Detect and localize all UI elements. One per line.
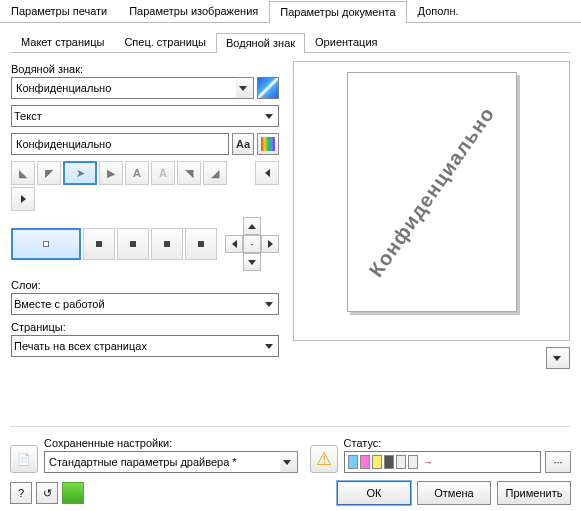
pos-2[interactable] (83, 228, 115, 260)
ink-yellow-icon (372, 455, 382, 469)
watermark-text-input[interactable] (11, 133, 229, 155)
tab-doc-params[interactable]: Параметры документа (269, 1, 406, 23)
nudge-left[interactable] (225, 235, 243, 253)
eco-button[interactable] (62, 482, 84, 504)
layers-label: Слои: (11, 279, 279, 291)
layers-select[interactable]: Вместе с работой (11, 293, 279, 315)
chevron-down-icon (553, 356, 561, 361)
angle-4[interactable]: ▶ (99, 161, 123, 185)
help-button[interactable]: ? (10, 482, 32, 504)
angle-1[interactable]: ◣ (11, 161, 35, 185)
angle-spacer (229, 161, 253, 185)
pos-4[interactable] (151, 228, 183, 260)
subtab-watermark[interactable]: Водяной знак (216, 33, 305, 53)
main-panel: Макет страницы Спец. страницы Водяной зн… (0, 23, 581, 378)
apply-button[interactable]: Применить (497, 481, 571, 505)
tab-print-params[interactable]: Параметры печати (0, 0, 118, 22)
rainbow-icon (261, 137, 275, 151)
ink-magenta-icon (360, 455, 370, 469)
tab-image-params[interactable]: Параметры изображения (118, 0, 269, 22)
output-arrow-icon: → (423, 456, 434, 468)
ink-cyan-icon (348, 455, 358, 469)
reset-button[interactable]: ↺ (36, 482, 58, 504)
nudge-down[interactable] (243, 253, 261, 271)
position-row: · (11, 217, 279, 271)
font-button[interactable]: Aa (232, 133, 254, 155)
angle-right[interactable] (11, 187, 35, 211)
right-column: Конфиденциально (293, 61, 570, 369)
watermark-preset-dropdown[interactable] (236, 77, 254, 99)
left-column: Водяной знак: Текст Aa ◣ ◤ (11, 61, 279, 369)
status-display: → (344, 451, 541, 473)
angle-7[interactable]: ◥ (177, 161, 201, 185)
pos-1[interactable] (11, 228, 81, 260)
angle-6[interactable]: A (151, 161, 175, 185)
nudge-center[interactable]: · (243, 235, 261, 253)
status-more-button[interactable]: ··· (545, 451, 571, 473)
top-tabstrip: Параметры печати Параметры изображения П… (0, 0, 581, 23)
divider (10, 426, 571, 427)
tray2-icon (408, 455, 418, 469)
angle-2[interactable]: ◤ (37, 161, 61, 185)
tray1-icon (396, 455, 406, 469)
angle-presets: ◣ ◤ ➤ ▶ A A ◥ ◢ (11, 161, 279, 211)
saved-settings-dropdown[interactable] (280, 451, 298, 473)
bottom-bar: 📄 Сохраненные настройки: ⚠ Статус: (10, 420, 571, 505)
pages-select[interactable]: Печать на всех страницах (11, 335, 279, 357)
subtab-layout[interactable]: Макет страницы (11, 32, 114, 52)
saved-settings-input[interactable] (44, 451, 280, 473)
angle-5[interactable]: A (125, 161, 149, 185)
status-warning-icon: ⚠ (310, 445, 338, 473)
pos-5[interactable] (185, 228, 217, 260)
watermark-picker-icon[interactable] (257, 77, 279, 99)
color-button[interactable] (257, 133, 279, 155)
nudge-up[interactable] (243, 217, 261, 235)
sub-tabstrip: Макет страницы Спец. страницы Водяной зн… (11, 32, 570, 53)
angle-3[interactable]: ➤ (63, 161, 97, 185)
angle-left[interactable] (255, 161, 279, 185)
saved-label: Сохраненные настройки: (44, 437, 298, 449)
tab-additional[interactable]: Дополн. (407, 0, 470, 22)
preview-watermark-text: Конфиденциально (364, 103, 499, 282)
subtab-orientation[interactable]: Ориентация (305, 32, 387, 52)
chevron-down-icon (265, 302, 273, 307)
angle-8[interactable]: ◢ (203, 161, 227, 185)
cancel-button[interactable]: Отмена (417, 481, 491, 505)
chevron-down-icon (265, 114, 273, 119)
pos-3[interactable] (117, 228, 149, 260)
preview-options-button[interactable] (546, 347, 570, 369)
subtab-special[interactable]: Спец. страницы (114, 32, 216, 52)
ok-button[interactable]: ОК (337, 481, 411, 505)
pages-label: Страницы: (11, 321, 279, 333)
nudge-right[interactable] (261, 235, 279, 253)
status-label: Статус: (344, 437, 571, 449)
watermark-type-select[interactable]: Текст (11, 105, 279, 127)
watermark-label: Водяной знак: (11, 63, 279, 75)
ink-black-icon (384, 455, 394, 469)
preview-frame: Конфиденциально (293, 61, 570, 341)
preview-page: Конфиденциально (347, 72, 517, 312)
saved-settings-icon[interactable]: 📄 (10, 445, 38, 473)
watermark-preset-input[interactable] (11, 77, 236, 99)
nudge-pad: · (225, 217, 279, 271)
chevron-down-icon (265, 344, 273, 349)
